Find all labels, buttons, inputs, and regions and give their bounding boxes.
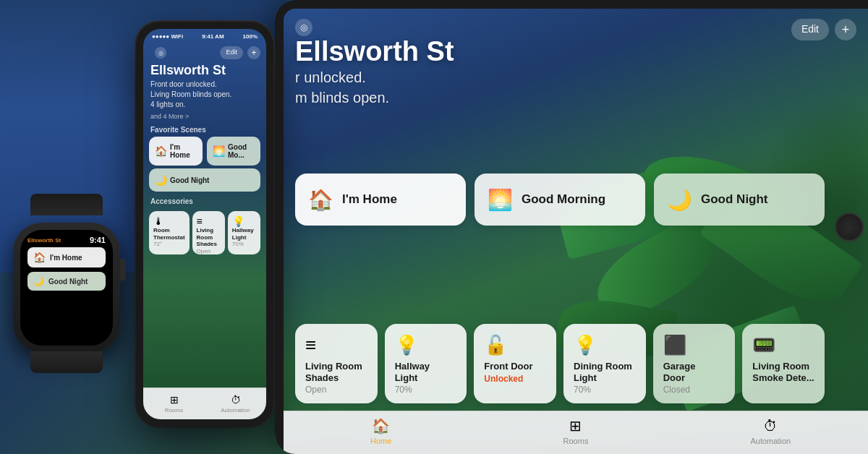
ipad-acc-front-door[interactable]: 🔓 Front Door Unlocked <box>474 324 556 403</box>
ipad-acc-shades-name: Living RoomShades <box>305 361 362 383</box>
watch-scene2-icon: 🌙 <box>33 276 44 286</box>
ipad-acc-door-name: Front Door <box>484 361 532 372</box>
ipad-scene-goodnight[interactable]: 🌙 Good Night <box>654 174 825 226</box>
ipad-scene-imhome-icon: 🏠 <box>308 188 333 212</box>
ipad-location-icon: ◎ <box>295 19 312 36</box>
iphone-tab-auto-label: Automation <box>221 407 250 414</box>
iphone-scene-goodnight[interactable]: 🌙 Good Night <box>149 168 260 192</box>
ipad-acc-garage-icon: ⬛ <box>663 334 686 356</box>
ipad-tab-home-icon: 🏠 <box>372 417 390 434</box>
iphone-plus-btn[interactable]: + <box>247 46 260 59</box>
ipad-scene-imhome-label: I'm Home <box>342 192 397 207</box>
watch-band-top <box>30 194 103 215</box>
iphone-acc-thermostat-icon: 🌡 <box>153 215 163 227</box>
ipad-scene-goodnight-label: Good Night <box>701 192 768 207</box>
ipad-acc-door-icon: 🔓 <box>484 334 507 356</box>
watch-scene1-icon: 🏠 <box>33 252 46 263</box>
ipad-acc-hallway-light[interactable]: 💡 HallwayLight 70% <box>385 324 467 403</box>
iphone-acc-light[interactable]: 💡 HallwayLight 70% <box>228 211 260 254</box>
ipad-acc-garage-name: GarageDoor <box>663 361 696 383</box>
iphone-scene-imhome[interactable]: 🏠 I'm Home <box>149 137 203 166</box>
watch-time: 9:41 <box>90 236 106 244</box>
ipad-subtitle: r unlocked. m blinds open. <box>295 67 454 108</box>
iphone-tab-rooms-label: Rooms <box>165 407 183 414</box>
iphone-battery: 100% <box>243 33 258 40</box>
iphone-scenes: 🏠 I'm Home 🌅 Good Mo... <box>143 137 266 166</box>
iphone-scene-goodmorning-icon: 🌅 <box>213 145 225 157</box>
iphone-edit-btn[interactable]: Edit <box>220 46 243 59</box>
watch-header: Ellsworth St 9:41 <box>27 236 106 244</box>
ipad-acc-dining-status: 70% <box>574 385 591 395</box>
ipad-scene-goodmorning-icon: 🌅 <box>488 188 513 212</box>
ipad-acc-livingroom-shades[interactable]: ≡ Living RoomShades Open <box>295 324 378 403</box>
ipad-tab-automation[interactable]: ⏱ Automation <box>673 418 868 448</box>
ipad-tab-auto-label: Automation <box>750 437 791 445</box>
ipad-home-button[interactable] <box>835 213 864 241</box>
iphone-signal: ●●●●● WiFi <box>152 33 183 40</box>
watch-scene-goodnight[interactable]: 🌙 Good Night <box>27 272 106 291</box>
iphone-acc-shades[interactable]: ≡ Living RoomShades Open <box>192 211 225 254</box>
iphone-more[interactable]: and 4 More > <box>150 113 259 120</box>
iphone-title: Ellsworth St <box>150 63 259 78</box>
ipad-title: Ellsworth St <box>295 36 454 67</box>
ipad-topbar-actions: Edit + <box>791 19 856 40</box>
iphone-acc-shades-status: Open <box>197 248 211 254</box>
ipad-scene-goodmorning[interactable]: 🌅 Good Morning <box>475 174 645 226</box>
ipad-scene-goodmorning-label: Good Morning <box>522 192 605 207</box>
iphone-tabbar: ⊞ Rooms ⏱ Automation <box>143 387 266 419</box>
iphone-location-icon: ◎ <box>155 47 166 59</box>
ipad-tab-rooms-icon: ⊞ <box>569 417 582 434</box>
ipad-acc-smoke-icon: 📟 <box>752 334 775 356</box>
watch-device: Ellsworth St 9:41 🏠 I'm Home 🌙 Good Nigh… <box>13 202 120 333</box>
iphone-header: Ellsworth St Front door unlocked. Living… <box>143 63 266 120</box>
scene-wrapper: ◎ Edit + Ellsworth St r unlocked. m blin… <box>0 0 868 454</box>
iphone-tab-rooms[interactable]: ⊞ Rooms <box>143 394 205 414</box>
ipad-acc-shades-status: Open <box>305 385 326 395</box>
ipad-tab-home[interactable]: 🏠 Home <box>284 417 478 448</box>
iphone-scene-goodnight-label: Good Night <box>170 176 209 184</box>
watch-scene-imhome[interactable]: 🏠 I'm Home <box>27 247 106 267</box>
iphone-acc-shades-icon: ≡ <box>197 215 203 227</box>
ipad-acc-hallway-name: HallwayLight <box>395 361 430 383</box>
ipad-edit-button[interactable]: Edit <box>791 19 829 40</box>
ipad-subtitle-line1: r unlocked. <box>295 69 366 85</box>
iphone-device: ●●●●● WiFi 9:41 AM 100% ◎ Edit + Ellswor… <box>136 22 273 427</box>
ipad-acc-dining-light[interactable]: 💡 Dining RoomLight 70% <box>563 324 646 403</box>
iphone-acc-thermostat-status: 72° <box>153 241 162 247</box>
ipad-scene-imhome[interactable]: 🏠 I'm Home <box>295 174 466 226</box>
ipad-acc-dining-icon: 💡 <box>574 334 597 356</box>
iphone-scene-imhome-label: I'm Home <box>170 143 197 159</box>
ipad-tab-rooms[interactable]: ⊞ Rooms <box>478 417 673 448</box>
iphone-acc-thermostat[interactable]: 🌡 RoomThermostat 72° <box>149 211 190 254</box>
iphone-tab-auto[interactable]: ⏱ Automation <box>205 394 266 414</box>
iphone-status-bar: ●●●●● WiFi 9:41 AM 100% <box>143 29 266 44</box>
iphone-scene-goodmorning[interactable]: 🌅 Good Mo... <box>207 137 260 166</box>
iphone-accessories: 🌡 RoomThermostat 72° ≡ Living RoomShades… <box>143 208 266 257</box>
watch-scene2-label: Good Night <box>48 278 88 286</box>
ipad-acc-dining-name: Dining RoomLight <box>574 361 632 383</box>
iphone-acc-light-icon: 💡 <box>232 215 244 227</box>
iphone-acc-light-name: HallwayLight <box>232 227 254 241</box>
iphone-tab-auto-icon: ⏱ <box>231 394 241 406</box>
ipad-acc-smoke-name: Living RoomSmoke Dete... <box>752 361 814 383</box>
ipad-plus-button[interactable]: + <box>835 19 856 40</box>
ipad-header: Ellsworth St r unlocked. m blinds open. <box>295 36 454 108</box>
ipad-accessories: ≡ Living RoomShades Open 💡 HallwayLight … <box>295 324 825 403</box>
iphone-scene-imhome-icon: 🏠 <box>155 145 167 157</box>
iphone-desc: Front door unlocked. Living Room blinds … <box>150 80 259 110</box>
ipad-acc-garage[interactable]: ⬛ GarageDoor Closed <box>653 324 736 403</box>
watch-screen: Ellsworth St 9:41 🏠 I'm Home 🌙 Good Nigh… <box>20 230 113 346</box>
watch-crown <box>120 259 126 280</box>
iphone-screen: ●●●●● WiFi 9:41 AM 100% ◎ Edit + Ellswor… <box>143 29 266 419</box>
iphone-scene-goodmorning-label: Good Mo... <box>228 143 255 159</box>
iphone-scenes-label: Favorite Scenes <box>143 120 266 137</box>
ipad-acc-shades-icon: ≡ <box>305 334 316 356</box>
watch-scene1-label: I'm Home <box>50 254 82 262</box>
watch-location: Ellsworth St <box>27 237 61 244</box>
iphone-desc-line3: 4 lights on. <box>150 100 185 108</box>
ipad-subtitle-line2: m blinds open. <box>295 90 389 106</box>
iphone-acc-light-status: 70% <box>232 241 244 247</box>
ipad-tab-auto-icon: ⏱ <box>763 418 778 434</box>
ipad-acc-hallway-status: 70% <box>395 385 412 395</box>
ipad-acc-smoke[interactable]: 📟 Living RoomSmoke Dete... <box>742 324 825 403</box>
